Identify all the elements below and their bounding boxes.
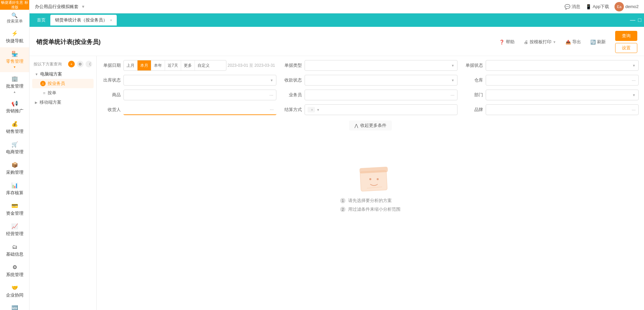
date-tab-thismonth[interactable]: 本月 <box>138 60 151 70</box>
filter-item-goods: 商品 ··· <box>102 90 276 100</box>
help-btn[interactable]: ❓ 帮助 <box>496 38 517 46</box>
app-download-label: App下载 <box>593 4 609 10</box>
desktop-group-header[interactable]: ▼ 电脑端方案 <box>32 69 94 79</box>
header-title: 办公用品行业模拟账套 <box>35 4 78 10</box>
date-tab-custom[interactable]: 自定义 <box>195 60 212 70</box>
export-icon: 📤 <box>566 40 571 45</box>
filter-row-2: 出库状态 ▼ 收款状态 ▼ <box>102 75 639 86</box>
scheme-item-order[interactable]: ≡ 按单 <box>32 88 94 98</box>
messages-btn[interactable]: 💬 消息 <box>565 4 580 10</box>
sidebar-item-sales[interactable]: 💰 销售管理 <box>0 117 30 138</box>
sidebar-item-purchase[interactable]: 📦 采购管理 <box>0 158 30 179</box>
user-profile-btn[interactable]: Ea demo2 <box>614 2 639 11</box>
doctype-control[interactable]: ▼ <box>305 60 458 71</box>
tip-text-2: 用过滤条件来缩小分析范围 <box>348 206 400 212</box>
scheme-collapse-btn[interactable]: 《 <box>86 61 92 67</box>
filter-item-receiptstatus: 收款状态 ▼ <box>283 75 458 86</box>
filter-row-1: 单据日期 上月 本月 本年 近7天 更多 自定义 2023-03-01 至 20… <box>102 60 639 71</box>
empty-state: 1 请先选择要分析的方案 2 用过滤条件来缩小分析范围 <box>102 137 639 226</box>
active-tab-label: 销货单统计表（按业务员） <box>55 17 107 23</box>
sidebar-item-label: 企业协同 <box>6 292 23 298</box>
docstatus-control[interactable]: ▼ <box>486 60 639 71</box>
page-content: 销货单统计表(按业务员) ❓ 帮助 🖨 按模板打印 ▼ 📤 导出 <box>30 27 644 310</box>
export-label: 导出 <box>572 39 581 45</box>
goods-control[interactable]: ··· <box>123 90 276 100</box>
sidebar-item-label: 销售管理 <box>6 128 23 135</box>
settings-icon: ⚙ <box>78 62 82 66</box>
empty-illustration <box>354 157 387 191</box>
settlement-arrow: ▼ <box>316 108 320 112</box>
top-header: 办公用品行业模拟账套 ▼ 💬 消息 📱 App下载 Ea demo2 <box>30 0 644 13</box>
brand-control[interactable]: ··· <box>486 104 639 115</box>
tab-bar: 首页 销货单统计表（按业务员） × — □ <box>30 13 644 27</box>
warehouse-control[interactable]: ··· <box>486 75 639 86</box>
ecommerce-icon: 🛒 <box>11 141 18 148</box>
department-label: 部门 <box>464 92 486 98</box>
brand-dots: ··· <box>632 107 636 112</box>
settlement-clear-btn[interactable]: × <box>311 108 313 112</box>
export-btn[interactable]: 📤 导出 <box>563 38 584 46</box>
tab-close-icon[interactable]: × <box>110 18 112 22</box>
scheme-add-btn[interactable]: + <box>68 61 75 67</box>
sidebar-item-search[interactable]: 🔍 搜索菜单 <box>0 10 30 27</box>
operations-icon: 📈 <box>11 223 18 230</box>
tab-maximize-btn[interactable]: □ <box>638 17 641 23</box>
date-tab-7days[interactable]: 近7天 <box>165 60 181 70</box>
quicknav-icon: ⚡ <box>11 30 18 37</box>
settlement-control[interactable]: × ▼ <box>305 104 458 115</box>
print-btn[interactable]: 🖨 按模板打印 ▼ <box>521 38 559 46</box>
receiptstatus-arrow: ▼ <box>451 79 454 82</box>
sidebar-item-operations[interactable]: 📈 经营管理 <box>0 220 30 240</box>
avatar: Ea <box>614 2 624 11</box>
sidebar-item-enterprise[interactable]: 🤝 企业协同 <box>0 281 30 302</box>
filter-item-salesperson: 业务员 ··· <box>283 90 458 100</box>
date-tab-thisyear[interactable]: 本年 <box>151 60 165 70</box>
header-dropdown-icon[interactable]: ▼ <box>81 4 85 9</box>
salesperson-control[interactable]: ··· <box>305 90 458 100</box>
filter-item-date: 单据日期 上月 本月 本年 近7天 更多 自定义 2023-03-01 至 20… <box>102 60 276 71</box>
app-download-btn[interactable]: 📱 App下载 <box>586 4 609 10</box>
print-label: 按模板打印 <box>530 39 551 45</box>
home-tab-label: 首页 <box>37 17 46 23</box>
filter-item-warehouse: 仓库 ··· <box>464 75 639 86</box>
date-tab-lastmonth[interactable]: 上月 <box>124 60 138 70</box>
collapse-btn[interactable]: ⋀ 收起更多条件 <box>349 120 392 131</box>
scheme-item-salesperson[interactable]: 人 按业务员 <box>32 79 94 88</box>
scheme-panel-header: 按以下方案查询 + ⚙ 《 <box>30 59 96 69</box>
tab-sales-stats[interactable]: 销货单统计表（按业务员） × <box>50 15 117 25</box>
sidebar-item-system[interactable]: ⚙ 系统管理 <box>0 261 30 281</box>
refresh-label: 刷新 <box>597 39 606 45</box>
sidebar-item-wholesale[interactable]: 🏢 批发管理 ▲ <box>0 72 30 97</box>
scheme-settings-btn[interactable]: ⚙ <box>77 61 84 67</box>
sidebar-item-newuser[interactable]: 🆕 新手引导 <box>0 302 30 310</box>
mobile-scheme-group[interactable]: ▶ 移动端方案 <box>30 98 96 107</box>
system-icon: ⚙ <box>11 264 18 271</box>
receiptstatus-control[interactable]: ▼ <box>305 75 458 86</box>
mobile-group-arrow: ▶ <box>35 101 38 104</box>
sidebar-item-label: 营销推广 <box>6 108 23 114</box>
sidebar-item-marketing[interactable]: 📢 营销推广 <box>0 97 30 117</box>
query-button[interactable]: 查询 <box>615 31 637 41</box>
tab-minimize-btn[interactable]: — <box>630 17 635 23</box>
sidebar-item-inventory[interactable]: 📊 库存核算 <box>0 179 30 199</box>
header-right-area: 💬 消息 📱 App下载 Ea demo2 <box>565 2 639 11</box>
sidebar-item-finance[interactable]: 💳 资金管理 <box>0 199 30 220</box>
empty-tips: 1 请先选择要分析的方案 2 用过滤条件来缩小分析范围 <box>340 198 400 212</box>
sidebar-item-ecommerce[interactable]: 🛒 电商管理 <box>0 138 30 158</box>
tab-home[interactable]: 首页 <box>32 15 50 25</box>
empty-tip-2: 2 用过滤条件来缩小分析范围 <box>340 206 400 212</box>
date-tab-more[interactable]: 更多 <box>181 60 195 70</box>
doctype-label: 单据类型 <box>283 62 305 68</box>
receiver-control[interactable]: ··· <box>123 104 276 115</box>
outstatus-control[interactable]: ▼ <box>123 75 276 86</box>
refresh-btn[interactable]: 🔄 刷新 <box>588 38 608 46</box>
sidebar-item-basic[interactable]: 🗂 基础信息 <box>0 240 30 261</box>
outstatus-arrow: ▼ <box>270 79 273 82</box>
collapse-up-icon: ⋀ <box>355 123 358 128</box>
department-control[interactable]: ▼ <box>486 90 639 100</box>
sidebar-item-retail[interactable]: 🏪 零售管理 ▼ <box>0 47 30 72</box>
sidebar-item-quicknav[interactable]: ⚡ 快捷导航 <box>0 27 30 47</box>
message-icon: 💬 <box>565 4 570 9</box>
settings-button[interactable]: 设置 <box>615 43 637 53</box>
empty-tip-1: 1 请先选择要分析的方案 <box>340 198 400 204</box>
